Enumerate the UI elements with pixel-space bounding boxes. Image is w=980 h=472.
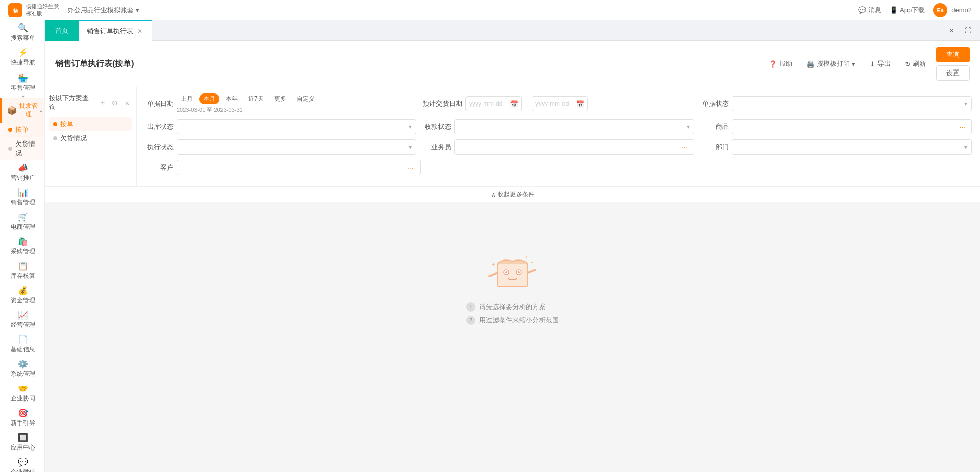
date-tab-prev-month[interactable]: 上月 xyxy=(177,93,197,104)
query-button[interactable]: 查询 xyxy=(936,47,970,62)
empty-tip-2: 2 用过滤条件来缩小分析范围 xyxy=(466,316,559,325)
export-btn[interactable]: ⬇ 导出 xyxy=(866,57,895,70)
filter-right-panel: 单据日期 上月 本月 本年 近7天 更多 自定义 xyxy=(137,87,980,186)
date-tab-this-month[interactable]: 本月 xyxy=(199,93,219,104)
user-menu[interactable]: Ea demo2 xyxy=(933,3,972,17)
app-download-action[interactable]: 📱 App下载 xyxy=(890,6,925,15)
help-icon: ❓ xyxy=(769,60,777,68)
salesman-select[interactable]: ··· xyxy=(454,139,694,155)
salesman-dots-btn[interactable]: ··· xyxy=(679,143,690,151)
exec-status-label: 执行状态 xyxy=(145,143,174,152)
app-selector[interactable]: 办公用品行业模拟账套 ▾ xyxy=(63,4,143,17)
filter-left-header: 按以下方案查询 ＋ ⊙ « xyxy=(49,93,132,112)
expected-date-end[interactable]: yyyy-mm-dd 📅 xyxy=(532,96,588,111)
filter-product-item: 商品 ··· xyxy=(700,119,972,134)
sidebar-item-ecommerce[interactable]: 🛒 电商管理 xyxy=(0,209,44,234)
filter-panel: 按以下方案查询 ＋ ⊙ « 按单 xyxy=(45,87,980,202)
sidebar-item-wechat[interactable]: 💬 企业微信 xyxy=(0,455,44,472)
sidebar-item-wholesale[interactable]: 📦 批发管理 ▴ xyxy=(0,98,44,123)
dept-label: 部门 xyxy=(700,143,729,152)
svg-point-5 xyxy=(505,271,507,273)
marketing-icon: 📣 xyxy=(18,163,28,173)
settings-button[interactable]: 设置 xyxy=(936,65,970,81)
date-separator: — xyxy=(524,100,530,107)
sidebar: 🔍 搜索菜单 ⚡ 快捷导航 🏪 零售管理 ▾ 📦 批发管理 ▴ 按单 xyxy=(0,20,45,472)
date-range-text: 2023-03-01 至 2023-03-31 xyxy=(177,106,416,114)
tab-sales-order[interactable]: 销售订单执行表 ✕ xyxy=(79,20,152,41)
product-dots-btn[interactable]: ··· xyxy=(957,123,967,131)
chevron-down-icon: ▾ xyxy=(136,6,139,14)
app-selector-text: 办公用品行业模拟账套 xyxy=(67,6,134,15)
empty-tips: 1 请先选择要分析的方案 2 用过滤条件来缩小分析范围 xyxy=(466,302,559,325)
page-content: 销售订单执行表(按单) ❓ 帮助 🖨️ 按模板打印 ▾ ⬇ 导出 xyxy=(45,41,980,472)
tab-home[interactable]: 首页 xyxy=(45,20,79,41)
svg-text:✦: ✦ xyxy=(491,262,495,267)
operation-icon: 📈 xyxy=(18,310,28,320)
edit-solution-btn[interactable]: ⊙ xyxy=(110,98,120,108)
sidebar-item-purchase[interactable]: 🛍️ 采购管理 xyxy=(0,234,44,258)
date-tab-custom[interactable]: 自定义 xyxy=(292,93,319,104)
svg-text:✦: ✦ xyxy=(530,260,534,265)
solution-arrears[interactable]: 欠货情况 xyxy=(49,131,132,146)
date-tab-more[interactable]: 更多 xyxy=(270,93,290,104)
exec-status-select[interactable]: ▾ xyxy=(177,139,416,155)
sidebar-item-marketing[interactable]: 📣 营销推广 xyxy=(0,160,44,185)
filter-left-panel: 按以下方案查询 ＋ ⊙ « 按单 xyxy=(45,87,137,186)
sub-item-arrears[interactable]: 欠货情况 xyxy=(4,137,44,160)
expected-date-label: 预计交货日期 xyxy=(423,99,462,108)
product-label: 商品 xyxy=(700,122,729,131)
filter-layout: 按以下方案查询 ＋ ⊙ « 按单 xyxy=(45,87,980,186)
active-dot xyxy=(8,128,12,132)
collapse-left-btn[interactable]: « xyxy=(122,98,132,108)
out-status-select[interactable]: ▾ xyxy=(177,119,416,134)
header-right: 💬 消息 📱 App下载 Ea demo2 xyxy=(858,3,972,17)
enterprise-icon: 🤝 xyxy=(18,384,28,393)
wholesale-icon: 📦 xyxy=(7,106,17,115)
close-window-btn[interactable]: ✕ xyxy=(945,25,958,37)
collapse-button[interactable]: ∧ 收起更多条件 xyxy=(45,186,980,202)
sidebar-item-newuser[interactable]: 🎯 新手引导 xyxy=(0,406,44,430)
sidebar-item-retail[interactable]: 🏪 零售管理 ▾ xyxy=(0,74,44,98)
refresh-btn[interactable]: ↻ 刷新 xyxy=(901,57,930,70)
top-header: 畅 畅捷通好生意 标准版 办公用品行业模拟账套 ▾ 💬 消息 📱 App下载 E… xyxy=(0,0,980,20)
filter-row-4: 客户 ··· xyxy=(145,160,972,175)
sidebar-item-operation[interactable]: 📈 经营管理 xyxy=(0,308,44,332)
date-controls: 上月 本月 本年 近7天 更多 自定义 2023-03-01 至 2023-03… xyxy=(177,93,416,114)
status-select[interactable]: ▾ xyxy=(732,96,972,111)
maximize-btn[interactable]: ⛶ xyxy=(962,25,974,37)
logo-text: 畅捷通好生意 标准版 xyxy=(26,3,59,16)
sidebar-item-system[interactable]: ⚙️ 系统管理 xyxy=(0,357,44,381)
sidebar-item-quick-nav[interactable]: ⚡ 快捷导航 xyxy=(0,45,44,69)
print-btn[interactable]: 🖨️ 按模板打印 ▾ xyxy=(802,57,860,70)
expected-date-start[interactable]: yyyy-mm-dd 📅 xyxy=(465,96,522,111)
filter-date-item: 单据日期 上月 本月 本年 近7天 更多 自定义 xyxy=(145,93,416,114)
date-tab-this-year[interactable]: 本年 xyxy=(222,93,242,104)
date-tab-last7days[interactable]: 近7天 xyxy=(244,93,268,104)
sidebar-item-inventory[interactable]: 📋 库存核算 xyxy=(0,258,44,283)
message-action[interactable]: 💬 消息 xyxy=(858,6,881,15)
product-select[interactable]: ··· xyxy=(732,119,972,134)
wechat-icon: 💬 xyxy=(18,457,28,467)
sub-item-order[interactable]: 按单 xyxy=(4,123,44,137)
filter-exec-status-item: 执行状态 ▾ xyxy=(145,139,416,155)
finance-icon: 💰 xyxy=(18,286,28,295)
logo-area: 畅 畅捷通好生意 标准版 xyxy=(8,3,59,17)
tab-close-icon[interactable]: ✕ xyxy=(136,27,143,36)
sidebar-item-search[interactable]: 🔍 搜索菜单 xyxy=(0,20,44,45)
tab-bar: 首页 销售订单执行表 ✕ ✕ ⛶ xyxy=(45,20,980,41)
sidebar-item-basic[interactable]: 📄 基础信息 xyxy=(0,332,44,357)
help-btn[interactable]: ❓ 帮助 xyxy=(765,57,796,70)
dept-select[interactable]: ▾ xyxy=(732,139,972,155)
customer-select[interactable]: ··· xyxy=(177,160,421,175)
sidebar-item-sales[interactable]: 📊 销售管理 xyxy=(0,185,44,209)
sidebar-item-apps[interactable]: 🔲 应用中心 xyxy=(0,430,44,455)
sidebar-item-finance[interactable]: 💰 资金管理 xyxy=(0,283,44,308)
sidebar-item-enterprise[interactable]: 🤝 企业协同 xyxy=(0,381,44,406)
solution-by-order[interactable]: 按单 xyxy=(49,117,132,131)
out-status-label: 出库状态 xyxy=(145,122,174,131)
receive-status-select[interactable]: ▾ xyxy=(454,119,694,134)
add-solution-btn[interactable]: ＋ xyxy=(97,98,108,108)
phone-icon: 📱 xyxy=(890,6,898,14)
chevron-down-icon: ▾ xyxy=(852,60,855,68)
customer-dots-btn[interactable]: ··· xyxy=(406,163,416,172)
